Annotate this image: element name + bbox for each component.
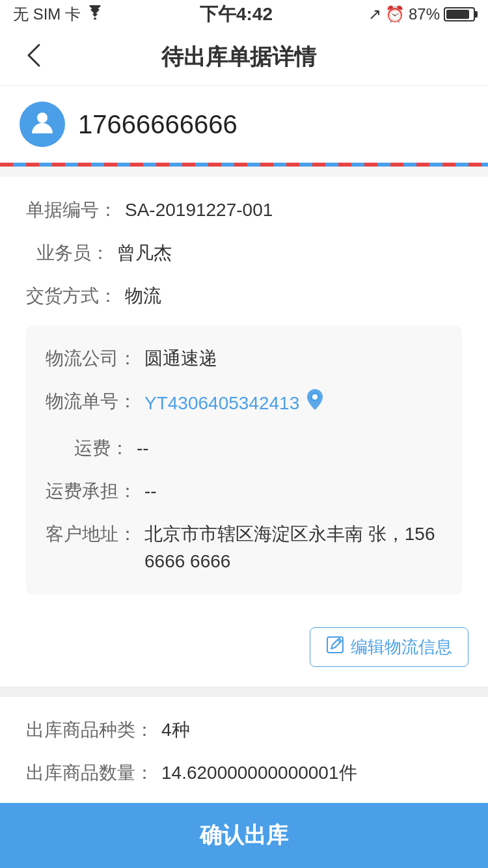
goods-type-label: 出库商品种类： (26, 716, 161, 744)
battery-indicator (444, 7, 475, 21)
svg-point-3 (312, 394, 318, 400)
carrier-label: 无 SIM 卡 (13, 4, 81, 25)
document-number-label: 单据编号： (26, 197, 125, 224)
confirm-button[interactable]: 确认出库 (0, 803, 488, 868)
goods-quantity-label: 出库商品数量： (26, 759, 161, 787)
freight-label: 运费： (46, 435, 137, 462)
location-status-icon: ↗ (368, 5, 381, 23)
logistics-card: 物流公司： 圆通速递 物流单号： YT4306405342413 (26, 325, 462, 595)
logistics-company-value: 圆通速递 (144, 345, 442, 372)
status-right: ↗ ⏰ 87% (368, 5, 475, 23)
status-left: 无 SIM 卡 (13, 4, 104, 25)
dashed-separator (0, 163, 488, 167)
freight-bearer-row: 运费承担： -- (46, 478, 442, 505)
sales-rep-value: 曾凡杰 (117, 239, 462, 267)
delivery-method-row: 交货方式： 物流 (26, 282, 462, 310)
person-icon (29, 109, 55, 141)
customer-phone: 17666666666 (78, 110, 237, 139)
freight-row: 运费： -- (46, 435, 442, 462)
delivery-method-label: 交货方式： (26, 282, 125, 310)
goods-type-row: 出库商品种类： 4种 (26, 716, 462, 744)
avatar (20, 102, 65, 147)
goods-quantity-row: 出库商品数量： 14.620000000000001件 (26, 759, 462, 787)
sales-rep-row: 业务员： 曾凡杰 (26, 239, 462, 267)
address-row: 客户地址： 北京市市辖区海淀区永丰南 张，156 6666 6666 (46, 521, 442, 575)
tracking-number-label: 物流单号： (46, 388, 144, 415)
page-title: 待出库单据详情 (48, 42, 429, 72)
confirm-label: 确认出库 (200, 821, 288, 850)
edit-logistics-label: 编辑物流信息 (351, 636, 452, 658)
delivery-method-value: 物流 (125, 282, 462, 310)
tracking-number-value[interactable]: YT4306405342413 (144, 388, 442, 419)
freight-bearer-value: -- (144, 478, 442, 505)
section-separator (0, 686, 488, 697)
edit-button-row: 编辑物流信息 (0, 614, 488, 686)
document-number-row: 单据编号： SA-20191227-001 (26, 197, 462, 224)
address-value: 北京市市辖区海淀区永丰南 张，156 6666 6666 (144, 521, 442, 575)
freight-bearer-label: 运费承担： (46, 478, 144, 505)
logistics-company-row: 物流公司： 圆通速递 (46, 345, 442, 372)
nav-bar: 待出库单据详情 (0, 29, 488, 86)
status-bar: 无 SIM 卡 下午4:42 ↗ ⏰ 87% (0, 0, 488, 29)
edit-logistics-button[interactable]: 编辑物流信息 (310, 627, 468, 667)
wifi-icon (86, 5, 104, 23)
freight-value: -- (137, 435, 442, 462)
svg-point-0 (94, 18, 96, 20)
alarm-icon: ⏰ (385, 5, 405, 23)
edit-icon (326, 636, 344, 658)
back-button[interactable] (20, 36, 48, 79)
status-time: 下午4:42 (200, 2, 273, 27)
logistics-company-label: 物流公司： (46, 345, 144, 372)
tracking-number-row: 物流单号： YT4306405342413 (46, 388, 442, 419)
location-icon[interactable] (305, 388, 325, 419)
goods-quantity-value: 14.620000000000001件 (161, 759, 462, 787)
battery-percent: 87% (409, 5, 440, 23)
order-info-section: 单据编号： SA-20191227-001 业务员： 曾凡杰 交货方式： 物流 … (0, 177, 488, 614)
sales-rep-label: 业务员： (26, 239, 117, 267)
goods-type-value: 4种 (161, 716, 462, 744)
document-number-value: SA-20191227-001 (125, 197, 462, 224)
svg-point-1 (37, 113, 47, 123)
customer-section: 17666666666 (0, 86, 488, 163)
address-label: 客户地址： (46, 521, 144, 548)
